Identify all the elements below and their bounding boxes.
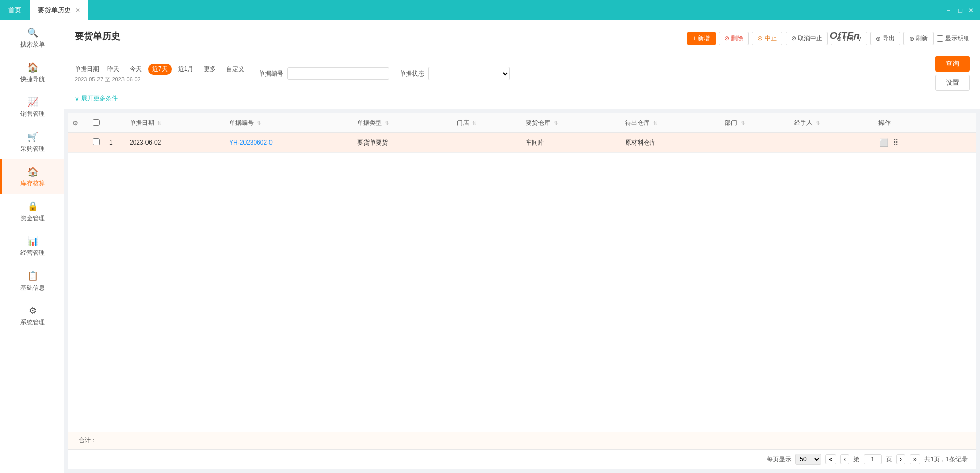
sort-icon: ⇅ bbox=[741, 120, 745, 126]
sort-icon: ⇅ bbox=[472, 120, 476, 126]
sort-icon: ⇅ bbox=[157, 120, 161, 126]
number-column-header[interactable]: 单据编号 ⇅ bbox=[225, 113, 353, 133]
prev-page-button[interactable]: ‹ bbox=[840, 454, 849, 464]
export-button[interactable]: ⊕ 导出 bbox=[870, 32, 900, 45]
page-number-input[interactable] bbox=[864, 454, 882, 464]
sidebar-item-finance[interactable]: 🔒 资金管理 bbox=[0, 194, 64, 229]
expand-more-label: 展开更多条件 bbox=[81, 94, 118, 103]
sidebar-item-system[interactable]: ⚙ 系统管理 bbox=[0, 298, 64, 333]
cancel-stop-button[interactable]: ⊘ 取消中止 bbox=[786, 32, 828, 45]
chip-yesterday[interactable]: 昨天 bbox=[103, 64, 124, 75]
department-column-header[interactable]: 部门 ⇅ bbox=[721, 113, 790, 133]
sidebar-item-operation[interactable]: 📊 经营管理 bbox=[0, 229, 64, 264]
sidebar-item-sales[interactable]: 📈 销售管理 bbox=[0, 90, 64, 125]
chip-7days[interactable]: 近7天 bbox=[148, 64, 172, 75]
sidebar-item-operation-label: 经营管理 bbox=[20, 249, 45, 257]
search-icon: 🔍 bbox=[27, 27, 38, 38]
view-action-button[interactable]: ⬜ bbox=[878, 137, 889, 148]
refresh-button[interactable]: ⊕ 刷新 bbox=[903, 32, 934, 45]
more-action-button[interactable]: ⠿ bbox=[892, 137, 899, 148]
tab-requisition-label: 要货单历史 bbox=[38, 6, 71, 15]
date-range-display: 2023-05-27 至 2023-06-02 bbox=[75, 76, 249, 83]
store-cell bbox=[453, 133, 522, 153]
pending-warehouse-column-header[interactable]: 待出仓库 ⇅ bbox=[621, 113, 721, 133]
delete-button[interactable]: ⊘ 删除 bbox=[719, 32, 749, 45]
query-button[interactable]: 查询 bbox=[935, 56, 970, 72]
stop-button[interactable]: ⊘ 中止 bbox=[752, 32, 782, 45]
tab-home[interactable]: 首页 bbox=[0, 0, 30, 20]
sort-icon: ⇅ bbox=[554, 120, 558, 126]
date-cell: 2023-06-02 bbox=[126, 133, 225, 153]
chip-today[interactable]: 今天 bbox=[126, 64, 146, 75]
doc-number-input[interactable] bbox=[287, 67, 389, 80]
system-icon: ⚙ bbox=[29, 305, 37, 316]
sidebar-item-finance-label: 资金管理 bbox=[20, 214, 45, 223]
display-detail-toggle[interactable]: 显示明细 bbox=[937, 34, 970, 43]
window-close-button[interactable]: ✕ bbox=[968, 7, 974, 14]
sidebar-item-basic-info[interactable]: 📋 基础信息 bbox=[0, 264, 64, 298]
refresh-icon: ⊕ bbox=[909, 35, 914, 42]
next-page-button[interactable]: › bbox=[896, 454, 905, 464]
sort-icon: ⇅ bbox=[816, 120, 820, 126]
chip-1month[interactable]: 近1月 bbox=[174, 64, 198, 75]
sidebar-item-inventory[interactable]: 🏠 库存核算 bbox=[0, 159, 64, 194]
type-cell: 要货单要货 bbox=[353, 133, 453, 153]
doc-status-label: 单据状态 bbox=[400, 69, 424, 78]
settings-column-header[interactable]: ⚙ bbox=[68, 113, 87, 133]
minimize-button[interactable]: － bbox=[945, 6, 952, 15]
handler-column-header[interactable]: 经手人 ⇅ bbox=[790, 113, 874, 133]
chevron-down-icon: ∨ bbox=[75, 95, 79, 102]
expand-more-button[interactable]: ∨ 展开更多条件 bbox=[75, 94, 970, 103]
req-warehouse-column-header[interactable]: 要货仓库 ⇅ bbox=[522, 113, 621, 133]
doc-number-label: 单据编号 bbox=[259, 69, 283, 78]
operation-column-header: 操作 bbox=[874, 113, 976, 133]
store-column-header[interactable]: 门店 ⇅ bbox=[453, 113, 522, 133]
type-column-header[interactable]: 单据类型 ⇅ bbox=[353, 113, 453, 133]
tab-home-label: 首页 bbox=[8, 6, 21, 15]
maximize-button[interactable]: □ bbox=[958, 7, 962, 14]
table-body: 1 2023-06-02 YH-20230602-0 要货单要货 车间库 原材料… bbox=[68, 133, 976, 153]
operation-icon: 📊 bbox=[27, 235, 38, 247]
display-detail-checkbox[interactable] bbox=[937, 35, 943, 42]
checkbox-column-header bbox=[87, 113, 105, 133]
home-icon: 🏠 bbox=[27, 62, 38, 73]
sidebar-item-search[interactable]: 🔍 搜索菜单 bbox=[0, 20, 64, 55]
chip-more[interactable]: 更多 bbox=[200, 64, 220, 75]
pending-warehouse-cell: 原材料仓库 bbox=[621, 133, 721, 153]
page-size-select[interactable]: 20 50 100 bbox=[795, 454, 821, 465]
sidebar: 🔍 搜索菜单 🏠 快捷导航 📈 销售管理 🛒 采购管理 🏠 库存核算 🔒 资金管… bbox=[0, 20, 64, 473]
sort-icon: ⇅ bbox=[257, 120, 261, 126]
date-filter-label: 单据日期 bbox=[75, 65, 99, 74]
display-detail-label: 显示明细 bbox=[945, 34, 970, 43]
page-size-label: 每页显示 bbox=[767, 455, 791, 464]
row-checkbox[interactable] bbox=[93, 138, 100, 145]
sidebar-item-inventory-label: 库存核算 bbox=[20, 179, 45, 188]
sidebar-item-purchase[interactable]: 🛒 采购管理 bbox=[0, 125, 64, 159]
tab-requisition-history[interactable]: 要货单历史 ✕ bbox=[30, 0, 88, 20]
sort-icon: ⇅ bbox=[385, 120, 389, 126]
window-controls: － □ ✕ bbox=[945, 6, 980, 15]
date-column-header[interactable]: 单据日期 ⇅ bbox=[126, 113, 225, 133]
page-label-prefix: 第 bbox=[853, 455, 860, 464]
close-icon[interactable]: ✕ bbox=[75, 7, 80, 14]
page-title: 要货单历史 bbox=[75, 30, 120, 42]
doc-number-filter: 单据编号 bbox=[259, 67, 389, 80]
chip-custom[interactable]: 自定义 bbox=[222, 64, 249, 75]
print-button[interactable]: ⊕ 打印 ∨ bbox=[831, 32, 867, 45]
operation-cell: ⬜ ⠿ bbox=[874, 133, 976, 153]
table-area: ⚙ 单据日期 ⇅ 单据编号 ⇅ bbox=[68, 113, 976, 432]
last-page-button[interactable]: » bbox=[910, 454, 920, 464]
select-all-checkbox[interactable] bbox=[93, 119, 100, 126]
date-filter-group: 单据日期 昨天 今天 近7天 近1月 更多 自定义 2023-05-27 至 2… bbox=[75, 64, 249, 83]
doc-number-link[interactable]: YH-20230602-0 bbox=[229, 139, 273, 146]
req-warehouse-cell: 车间库 bbox=[522, 133, 621, 153]
date-chips: 昨天 今天 近7天 近1月 更多 自定义 bbox=[103, 64, 249, 75]
sidebar-item-quick-nav[interactable]: 🏠 快捷导航 bbox=[0, 55, 64, 90]
new-button[interactable]: + 新增 bbox=[687, 32, 716, 45]
row-actions: ⬜ ⠿ bbox=[878, 137, 972, 148]
print-label: 打印 bbox=[843, 34, 855, 43]
first-page-button[interactable]: « bbox=[825, 454, 836, 464]
doc-status-select[interactable] bbox=[428, 67, 510, 80]
export-label: 导出 bbox=[883, 34, 895, 43]
settings-button[interactable]: 设置 bbox=[935, 75, 970, 91]
